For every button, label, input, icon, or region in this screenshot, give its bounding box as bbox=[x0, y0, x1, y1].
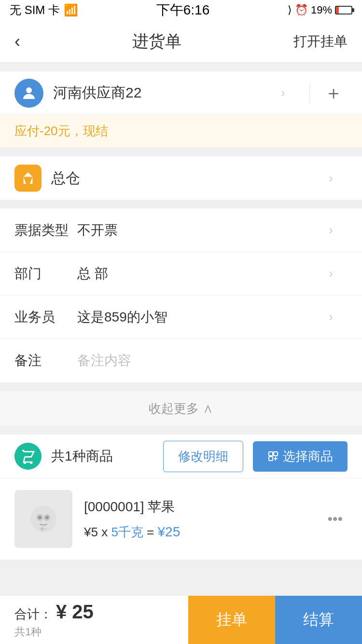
total-count: 共1种 bbox=[14, 625, 174, 639]
department-label: 部门 bbox=[14, 265, 77, 283]
remark-row[interactable]: 备注 备注内容 bbox=[0, 339, 362, 382]
product-count: 共1种商品 bbox=[51, 447, 153, 465]
invoice-type-row[interactable]: 票据类型 不开票 › bbox=[0, 209, 362, 252]
warehouse-name: 总仓 bbox=[51, 168, 329, 188]
person-icon bbox=[20, 84, 38, 102]
svg-point-0 bbox=[26, 87, 32, 93]
collapse-label: 收起更多 ∧ bbox=[149, 400, 213, 417]
department-value: 总 部 bbox=[77, 265, 329, 283]
footer-total: 合计： ¥ 25 共1种 bbox=[0, 601, 188, 639]
svg-rect-2 bbox=[274, 452, 278, 456]
invoice-type-value: 不开票 bbox=[77, 221, 329, 239]
wifi-icon: 📶 bbox=[64, 3, 78, 17]
svg-point-7 bbox=[38, 516, 42, 519]
warehouse-section: 总仓 › bbox=[0, 156, 362, 200]
more-options-button[interactable]: ••• bbox=[322, 506, 348, 532]
salesperson-value: 这是859的小智 bbox=[77, 308, 329, 326]
product-price: ¥5 x 5千克 = ¥25 bbox=[84, 524, 311, 541]
battery-icon bbox=[335, 6, 352, 14]
chevron-right-icon: › bbox=[329, 223, 333, 238]
invoice-type-label: 票据类型 bbox=[14, 221, 77, 239]
total-amount: ¥ 25 bbox=[56, 601, 94, 623]
location-icon: ⟩ bbox=[288, 4, 292, 16]
salesperson-row[interactable]: 业务员 这是859的小智 › bbox=[0, 295, 362, 339]
warehouse-row[interactable]: 总仓 › bbox=[0, 156, 362, 200]
remark-label: 备注 bbox=[14, 351, 77, 370]
form-section: 票据类型 不开票 › 部门 总 部 › 业务员 这是859的小智 › 备注 备注… bbox=[0, 209, 362, 382]
product-header: 共1种商品 修改明细 选择商品 bbox=[0, 434, 362, 478]
chevron-right-icon: › bbox=[281, 85, 285, 100]
status-left: 无 SIM 卡 📶 bbox=[10, 2, 78, 18]
total-line: 合计： ¥ 25 bbox=[14, 601, 174, 623]
alarm-icon: ⏰ bbox=[295, 4, 308, 16]
svg-rect-1 bbox=[269, 452, 273, 456]
add-supplier-button[interactable]: ＋ bbox=[320, 76, 348, 110]
carrier-label: 无 SIM 卡 bbox=[10, 2, 60, 18]
svg-text:兽+: 兽+ bbox=[40, 527, 47, 532]
status-right: ⟩ ⏰ 19% bbox=[288, 4, 352, 16]
cart-icon bbox=[20, 448, 36, 464]
nav-bar: ‹ 进货单 打开挂单 bbox=[0, 20, 362, 63]
settle-button[interactable]: 结算 bbox=[275, 596, 362, 644]
owl-logo: 兽+ bbox=[29, 504, 58, 533]
battery-percent: 19% bbox=[311, 4, 332, 16]
collapse-button[interactable]: 收起更多 ∧ bbox=[0, 391, 362, 426]
divider bbox=[309, 84, 310, 103]
supplier-row[interactable]: 河南供应商22 › ＋ bbox=[0, 71, 362, 115]
product-info: [0000001] 苹果 ¥5 x 5千克 = ¥25 bbox=[84, 498, 311, 541]
status-time: 下午6:16 bbox=[156, 1, 210, 19]
back-button[interactable]: ‹ bbox=[14, 31, 20, 52]
select-product-label: 选择商品 bbox=[283, 448, 333, 465]
edit-detail-button[interactable]: 修改明细 bbox=[163, 441, 243, 472]
supplier-alert: 应付-20元，现结 bbox=[0, 115, 362, 148]
page-title: 进货单 bbox=[132, 30, 181, 53]
supplier-section: 河南供应商22 › ＋ 应付-20元，现结 bbox=[0, 71, 362, 148]
total-label: 合计： bbox=[14, 606, 52, 623]
product-item: 兽+ [0000001] 苹果 ¥5 x 5千克 = ¥25 ••• bbox=[0, 478, 362, 560]
status-bar: 无 SIM 卡 📶 下午6:16 ⟩ ⏰ 19% bbox=[0, 0, 362, 20]
product-thumbnail: 兽+ bbox=[14, 490, 72, 548]
chevron-right-icon: › bbox=[329, 266, 333, 281]
department-row[interactable]: 部门 总 部 › bbox=[0, 252, 362, 295]
select-product-button[interactable]: 选择商品 bbox=[253, 441, 348, 472]
remark-input[interactable]: 备注内容 bbox=[77, 351, 348, 370]
chevron-right-icon: › bbox=[329, 171, 333, 186]
product-icon bbox=[14, 443, 42, 470]
supplier-avatar bbox=[14, 79, 43, 108]
chevron-right-icon: › bbox=[329, 309, 333, 324]
svg-rect-3 bbox=[269, 457, 273, 461]
select-icon bbox=[267, 450, 279, 462]
footer: 合计： ¥ 25 共1种 挂单 结算 bbox=[0, 596, 362, 644]
home-icon bbox=[20, 170, 36, 186]
open-pending-button[interactable]: 打开挂单 bbox=[293, 32, 348, 51]
salesperson-label: 业务员 bbox=[14, 308, 77, 326]
supplier-name: 河南供应商22 bbox=[53, 83, 281, 103]
svg-point-8 bbox=[45, 516, 49, 519]
pending-button[interactable]: 挂单 bbox=[188, 596, 275, 644]
warehouse-icon bbox=[14, 165, 42, 192]
product-name: [0000001] 苹果 bbox=[84, 498, 311, 516]
